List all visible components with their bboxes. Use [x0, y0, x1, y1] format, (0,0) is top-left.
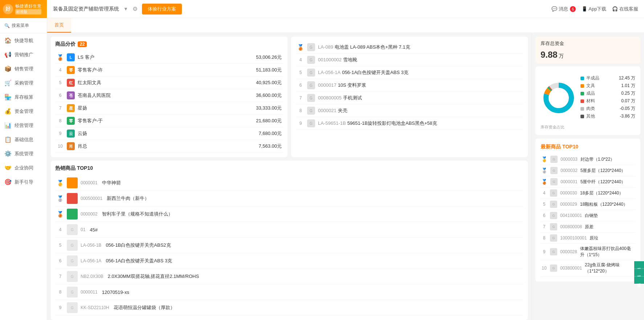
- sidebar-item-guide[interactable]: 🎯新手引导: [0, 175, 47, 189]
- logo-area: 好 畅捷通好生意 标准版: [0, 0, 47, 18]
- legend-dot: [580, 115, 584, 118]
- rank-row: 4零零售客户-许51,183.00元: [55, 64, 283, 77]
- dropdown-icon[interactable]: ▼: [123, 6, 128, 12]
- product-code: LA-056-1B: [81, 243, 101, 248]
- customer-service-float-btn[interactable]: 客服热线: [634, 261, 644, 269]
- rank-number: 4: [57, 227, 64, 232]
- product-rank-row: 7G000800005手机测试: [295, 92, 523, 104]
- sidebar-item-label-sales: 销售管理: [15, 66, 33, 72]
- sidebar-item-base[interactable]: 📋基础信息: [0, 132, 47, 147]
- content-right: 库存总资金 9.88 万: [531, 33, 644, 320]
- sidebar-item-system[interactable]: ⚙️系统管理: [0, 147, 47, 161]
- inventory-amount: 9.88 万: [541, 50, 635, 60]
- rank-row: 10肖肖总7,563.00元: [55, 140, 283, 153]
- product-icon: G: [550, 212, 557, 219]
- sidebar-item-finance[interactable]: 💰资金管理: [0, 104, 47, 118]
- medal-icon: 🥇: [57, 180, 64, 186]
- headset-icon: 🎧: [612, 6, 618, 12]
- product-info: LA-056-1A056-1A白色按键开关盖ABS 3克: [318, 69, 522, 76]
- product-icon: G: [550, 178, 558, 185]
- hot-product-row: 5GLA-056-1B056-1B白色按键开关壳ABS2克: [55, 238, 523, 253]
- latest-products-card: 最新商品 TOP10 🥇G0000033封边带（1.0*22）🥈G0000032…: [535, 139, 640, 282]
- rank-number: 5: [57, 80, 64, 85]
- customer-name: 肖总: [78, 143, 256, 149]
- sidebar-item-label-quick-nav: 快捷导航: [15, 37, 33, 44]
- direct-float-btn[interactable]: 直播: [634, 276, 644, 284]
- legend-value: 12.45 万: [619, 75, 635, 81]
- content-left: 商品分价 22 🥉LLS 客户53,006.26元4零零售客户-许51,183.…: [47, 33, 531, 320]
- message-action[interactable]: 💬 消息 6: [551, 6, 576, 12]
- product-name: 原垃: [590, 235, 635, 241]
- online-service-action[interactable]: 🎧 在线客服: [612, 6, 638, 12]
- product-info: 000001710S 变料罗浆: [318, 82, 522, 89]
- customer-name: 云扬: [78, 130, 256, 137]
- search-area[interactable]: 🔍 搜索菜单: [0, 18, 47, 33]
- customer-amount: 51,183.00元: [256, 67, 282, 73]
- product-info: 001000002雪地靴: [318, 57, 522, 63]
- sidebar-item-coop[interactable]: 🤝企业协同: [0, 161, 47, 175]
- search-menu-button[interactable]: 🔍 搜索菜单: [3, 21, 44, 30]
- product-icon: G: [550, 264, 557, 272]
- product-code: 0000001: [81, 180, 98, 185]
- rank-number: 8: [57, 118, 64, 123]
- rank-number: 9: [541, 249, 547, 254]
- settings-icon[interactable]: ⚙: [133, 5, 138, 12]
- product-rank-row: 9GLA-59651-1B59651-1B旋转投影灯电池盒ABS黑色+58克: [295, 117, 523, 130]
- sidebar-item-label-finance: 资金管理: [15, 108, 33, 115]
- inventory-header-card: 库存总资金 9.88 万: [535, 37, 640, 63]
- sidebar-item-operation[interactable]: 📊经营管理: [0, 118, 47, 132]
- logo-text: 畅捷通好生意 标准版: [15, 4, 41, 15]
- product-name: 45#: [90, 227, 522, 233]
- system-title: 装备及固定资产辅助管理系统: [53, 6, 119, 12]
- product-code: 000500001: [81, 196, 102, 201]
- product-name: 12070519-xs: [102, 290, 522, 295]
- medal-icon: 🥈: [541, 168, 547, 173]
- sidebar-item-label-operation: 经营管理: [15, 122, 33, 129]
- rank-number: 9: [297, 121, 304, 126]
- sidebar-item-label-marketing: 营销推广: [15, 52, 33, 58]
- hot-product-row: 4G0145#: [55, 222, 523, 238]
- sidebar-item-quick-nav[interactable]: 🏠快捷导航: [0, 33, 47, 48]
- sidebar-item-marketing[interactable]: 📢营销推广: [0, 48, 47, 62]
- app-download-action[interactable]: 📱 App下载: [582, 6, 606, 12]
- nav-icon-marketing: 📢: [4, 51, 12, 58]
- hot-products-card: 热销商品 TOP10 🥇0000001中华神箭🥈000500001新西兰牛肉（新…: [51, 161, 528, 320]
- hot-product-row: 🥇0000001中华神箭: [55, 175, 523, 191]
- products-right-list: 🥉GLA-089电池盖 LA-089 ABS本色+黑种 7.1克4G001000…: [295, 41, 523, 130]
- rank-row: 5红红太阳文具40,925.00元: [55, 77, 283, 89]
- customer-amount: 36,600.00元: [256, 92, 282, 99]
- sidebar-nav: 🏠快捷导航📢营销推广📦销售管理🛒采购管理🏪库存核算💰资金管理📊经营管理📋基础信息…: [0, 33, 47, 320]
- legend-dot: [580, 84, 584, 88]
- rank-number: 6: [57, 258, 64, 263]
- sidebar-item-sales[interactable]: 📦销售管理: [0, 62, 47, 76]
- trial-button[interactable]: 体验行业方案: [142, 4, 182, 15]
- service-community-float-btn[interactable]: 服务社区: [634, 269, 644, 276]
- sidebar-item-inventory[interactable]: 🏪库存核算: [0, 90, 47, 104]
- header-actions: 💬 消息 6 📱 App下载 🎧 在线客服: [551, 6, 638, 12]
- tab-home[interactable]: 首页: [47, 18, 71, 33]
- product-code: 003800001: [560, 266, 582, 271]
- sidebar: 好 畅捷通好生意 标准版 🔍 搜索菜单 🏠快捷导航📢营销推广📦销售管理🛒采购管理…: [0, 0, 47, 320]
- latest-row: 8G10000100001原垃: [541, 233, 635, 244]
- product-name: 中华神箭: [102, 180, 522, 186]
- rank-number: 7: [541, 224, 547, 229]
- sidebar-item-purchase[interactable]: 🛒采购管理: [0, 76, 47, 90]
- legend-dot: [580, 99, 584, 103]
- legend-value: 0.25 万: [621, 90, 635, 97]
- right-panel: 库存总资金 9.88 万: [532, 33, 644, 285]
- legend-item: 材料0.07 万: [580, 98, 635, 104]
- sidebar-item-label-purchase: 采购管理: [15, 80, 33, 86]
- medal-icon: 🥉: [541, 179, 547, 185]
- rank-number: 9: [57, 131, 64, 136]
- product-thumbnail: G: [67, 287, 78, 298]
- rank-number: 4: [57, 67, 64, 73]
- rank-row: 9云云扬7,680.00元: [55, 127, 283, 140]
- legend-name: 肉类: [586, 106, 617, 112]
- product-code: NB2.0X30B: [81, 274, 103, 279]
- product-code: 0000028: [560, 249, 577, 254]
- sidebar-item-label-base: 基础信息: [15, 136, 33, 143]
- rank-number: 6: [57, 93, 64, 98]
- top-customers-card: 商品分价 22 🥉LLS 客户53,006.26元4零零售客户-许51,183.…: [51, 37, 288, 157]
- product-name: 18颗粒板（1220*2440）: [580, 201, 635, 208]
- product-info: LA-59651-1B59651-1B旋转投影灯电池盒ABS黑色+58克: [318, 120, 522, 127]
